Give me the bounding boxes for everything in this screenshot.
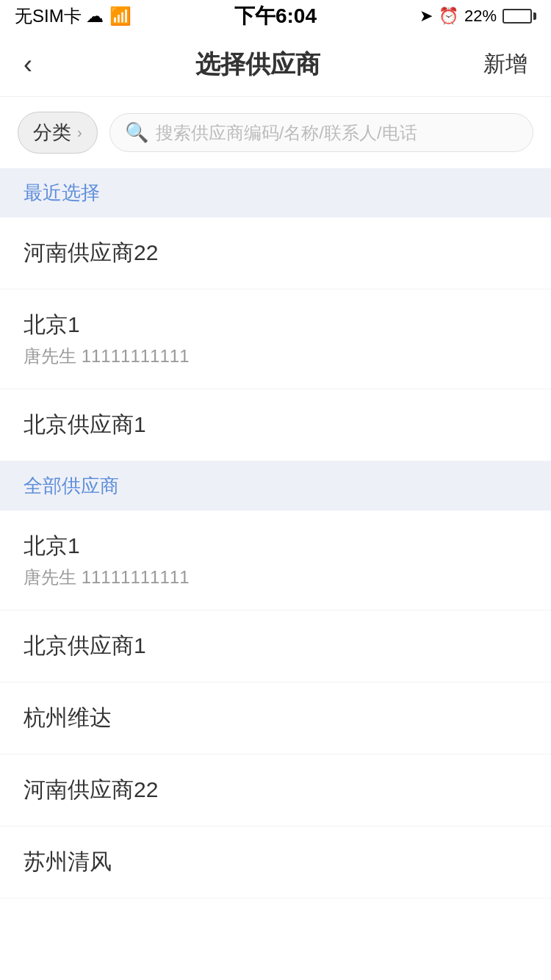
- search-box: 🔍: [109, 113, 533, 152]
- all-section-label: 全部供应商: [24, 475, 119, 497]
- recent-section-label: 最近选择: [24, 181, 100, 203]
- list-item[interactable]: 北京1唐先生 11111111111: [0, 511, 551, 610]
- all-list: 北京1唐先生 11111111111北京供应商1杭州维达河南供应商22苏州清风: [0, 511, 551, 898]
- item-sub: 唐先生 11111111111: [24, 345, 527, 368]
- item-name: 河南供应商22: [24, 238, 527, 268]
- item-name: 北京1: [24, 310, 527, 340]
- page-title: 选择供应商: [195, 48, 320, 82]
- list-item[interactable]: 苏州清风: [0, 826, 551, 898]
- recent-list: 河南供应商22北京1唐先生 11111111111北京供应商1: [0, 217, 551, 461]
- recent-section-header: 最近选择: [0, 168, 551, 217]
- chevron-right-icon: ›: [77, 124, 82, 141]
- no-sim-text: 无SIM卡 ☁: [15, 4, 104, 28]
- item-name: 北京供应商1: [24, 410, 527, 440]
- battery-percent: 22%: [464, 7, 497, 26]
- category-label: 分类: [33, 120, 71, 145]
- status-left: 无SIM卡 ☁ 📶: [15, 4, 132, 28]
- search-input[interactable]: [156, 123, 518, 143]
- item-name: 杭州维达: [24, 703, 527, 733]
- battery-icon: [503, 9, 536, 24]
- list-item[interactable]: 杭州维达: [0, 682, 551, 754]
- status-right: ➤ ⏰ 22%: [419, 7, 536, 26]
- category-button[interactable]: 分类 ›: [18, 112, 98, 154]
- filter-bar: 分类 › 🔍: [0, 97, 551, 168]
- wifi-icon: 📶: [109, 6, 132, 26]
- list-item[interactable]: 河南供应商22: [0, 217, 551, 289]
- list-item[interactable]: 北京供应商1: [0, 610, 551, 682]
- list-item[interactable]: 北京供应商1: [0, 389, 551, 461]
- item-name: 苏州清风: [24, 847, 527, 877]
- back-button[interactable]: ‹: [24, 49, 32, 80]
- item-name: 北京1: [24, 531, 527, 561]
- list-item[interactable]: 河南供应商22: [0, 754, 551, 826]
- search-icon: 🔍: [125, 121, 148, 144]
- status-time: 下午6:04: [234, 2, 317, 30]
- item-name: 北京供应商1: [24, 631, 527, 661]
- add-button[interactable]: 新增: [483, 49, 527, 79]
- all-section-header: 全部供应商: [0, 461, 551, 511]
- alarm-icon: ⏰: [439, 7, 458, 26]
- nav-bar: ‹ 选择供应商 新增: [0, 32, 551, 97]
- list-item[interactable]: 北京1唐先生 11111111111: [0, 289, 551, 389]
- item-sub: 唐先生 11111111111: [24, 566, 527, 589]
- item-name: 河南供应商22: [24, 775, 527, 805]
- location-icon: ➤: [419, 7, 433, 26]
- status-bar: 无SIM卡 ☁ 📶 下午6:04 ➤ ⏰ 22%: [0, 0, 551, 32]
